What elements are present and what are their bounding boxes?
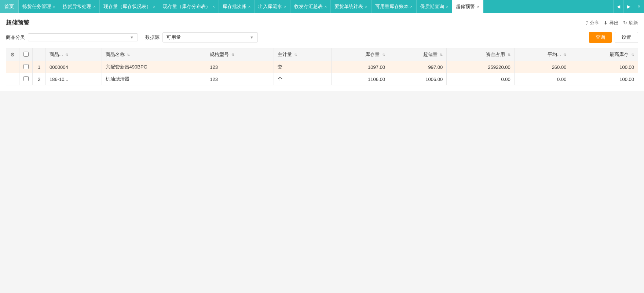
col-avg[interactable]: 平均... ⇅ — [514, 48, 570, 61]
share-label: 分享 — [590, 20, 599, 26]
col-stock[interactable]: 库存量 ⇅ — [331, 48, 389, 61]
datasource-dropdown-arrow: ▼ — [250, 35, 254, 40]
nav-item-7[interactable]: 收发存汇总表 × — [290, 0, 331, 13]
col-max-stock[interactable]: 最高库存 ⇅ — [570, 48, 638, 61]
nav-item-4[interactable]: 现存量（库存分布表） × — [159, 0, 219, 13]
nav-item-home[interactable]: 首页 — [0, 0, 19, 13]
datasource-value: 可用量 — [167, 34, 181, 41]
close-nav-1[interactable]: × — [53, 4, 55, 9]
nav-label-3: 现存量（库存状况表） — [103, 3, 151, 10]
sort-icon-max-stock: ⇅ — [631, 53, 634, 57]
home-label: 首页 — [4, 3, 14, 10]
nav-arrow-right[interactable]: ▶ — [623, 0, 634, 13]
refresh-icon: ↻ — [623, 20, 627, 26]
datasource-select[interactable]: 可用量 ▼ — [162, 32, 258, 42]
export-button[interactable]: ⬇ 导出 — [604, 20, 619, 26]
nav-arrows: ◀ ▶ × — [613, 0, 644, 13]
table-header-row: ⚙ 商品... ⇅ 商品名称 ⇅ 规格型号 ⇅ — [6, 48, 638, 61]
cell-product-name-1: 机油滤清器 — [102, 73, 206, 85]
cell-product-name-0: 六配套新昌490BPG — [102, 61, 206, 73]
nav-label-8: 要货单统计表 — [334, 3, 363, 10]
refresh-button[interactable]: ↻ 刷新 — [623, 20, 638, 26]
col-unit[interactable]: 主计量 ⇅ — [274, 48, 331, 61]
col-spec[interactable]: 规格型号 ⇅ — [206, 48, 274, 61]
nav-item-1[interactable]: 拣货任务管理 × — [19, 0, 59, 13]
nav-label-7: 收发存汇总表 — [294, 3, 323, 10]
query-button[interactable]: 查询 — [589, 32, 612, 43]
nav-label-6: 出入库流水 — [258, 3, 282, 10]
nav-arrow-left[interactable]: ◀ — [613, 0, 623, 13]
cell-capital-0: 259220.00 — [447, 61, 515, 73]
datasource-label: 数据源 — [145, 34, 160, 41]
page-content: 超储预警 ⤴ 分享 ⬇ 导出 ↻ 刷新 商品分类 ▼ 数据源 — [0, 13, 644, 91]
nav-item-5[interactable]: 库存批次账 × — [219, 0, 255, 13]
cell-num-1: 2 — [33, 73, 46, 85]
category-label: 商品分类 — [6, 34, 25, 41]
col-settings[interactable]: ⚙ — [6, 48, 19, 61]
col-product-name[interactable]: 商品名称 ⇅ — [102, 48, 206, 61]
cell-unit-0: 套 — [274, 61, 331, 73]
page-header: 超储预警 ⤴ 分享 ⬇ 导出 ↻ 刷新 — [6, 19, 638, 27]
sort-icon-stock: ⇅ — [382, 53, 385, 57]
cell-max-stock-1: 100.00 — [570, 73, 638, 85]
cell-unit-1: 个 — [274, 73, 331, 85]
nav-label-4: 现存量（库存分布表） — [163, 3, 211, 10]
nav-item-10[interactable]: 保质期查询 × — [417, 0, 452, 13]
nav-label-2: 拣货异常处理 — [63, 3, 91, 10]
cell-product-code-1: 186-10... — [46, 73, 102, 85]
nav-item-9[interactable]: 可用量库存账本 × — [372, 0, 417, 13]
close-nav-3[interactable]: × — [153, 4, 155, 9]
nav-item-8[interactable]: 要货单统计表 × — [331, 0, 371, 13]
share-button[interactable]: ⤴ 分享 — [586, 20, 599, 26]
sort-icon-unit: ⇅ — [294, 53, 297, 57]
col-product-code[interactable]: 商品... ⇅ — [46, 48, 102, 61]
cell-stock-0: 1097.00 — [331, 61, 389, 73]
col-overstock[interactable]: 超储量 ⇅ — [389, 48, 447, 61]
cell-stock-1: 1106.00 — [331, 73, 389, 85]
action-buttons: 查询 设置 — [589, 32, 638, 43]
sort-icon-product-code: ⇅ — [65, 53, 68, 57]
category-select[interactable]: ▼ — [28, 33, 138, 41]
data-table: ⚙ 商品... ⇅ 商品名称 ⇅ 规格型号 ⇅ — [6, 48, 638, 85]
cell-checkbox-0[interactable] — [19, 61, 33, 73]
close-nav-10[interactable]: × — [446, 4, 448, 9]
nav-label-5: 库存批次账 — [223, 3, 246, 10]
col-capital[interactable]: 资金占用 ⇅ — [447, 48, 515, 61]
category-dropdown-arrow: ▼ — [130, 35, 134, 40]
nav-item-6[interactable]: 出入库流水 × — [255, 0, 290, 13]
nav-item-3[interactable]: 现存量（库存状况表） × — [100, 0, 159, 13]
close-nav-9[interactable]: × — [410, 4, 413, 9]
nav-label-9: 可用量库存账本 — [375, 3, 409, 10]
close-nav-6[interactable]: × — [284, 4, 286, 9]
col-rownum — [33, 48, 46, 61]
row-checkbox-1[interactable] — [23, 76, 29, 81]
close-nav-8[interactable]: × — [365, 4, 367, 9]
close-nav-2[interactable]: × — [93, 4, 95, 9]
gear-icon[interactable]: ⚙ — [10, 52, 15, 58]
nav-item-11[interactable]: 超储预警 × — [452, 0, 483, 13]
cell-avg-0: 260.00 — [514, 61, 570, 73]
sort-icon-spec: ⇅ — [231, 53, 234, 57]
close-nav-5[interactable]: × — [248, 4, 250, 9]
cell-capital-1: 0.00 — [447, 73, 515, 85]
cell-checkbox-1[interactable] — [19, 73, 33, 85]
refresh-label: 刷新 — [629, 20, 638, 26]
cell-product-code-0: 0000004 — [46, 61, 102, 73]
page-title: 超储预警 — [6, 19, 29, 27]
sort-icon-product-name: ⇅ — [127, 53, 130, 57]
col-checkbox — [19, 48, 33, 61]
select-all-checkbox[interactable] — [23, 52, 29, 57]
close-nav-11[interactable]: × — [477, 4, 479, 9]
category-filter: 商品分类 ▼ — [6, 33, 138, 41]
nav-item-2[interactable]: 拣货异常处理 × — [59, 0, 99, 13]
sort-icon-capital: ⇅ — [508, 53, 511, 57]
filter-row: 商品分类 ▼ 数据源 可用量 ▼ 查询 设置 — [6, 32, 638, 43]
settings-button[interactable]: 设置 — [615, 32, 638, 43]
table-row: 2 186-10... 机油滤清器 123 个 1106.00 1006.00 … — [6, 73, 638, 85]
nav-arrow-close[interactable]: × — [634, 0, 644, 13]
cell-overstock-1: 1006.00 — [389, 73, 447, 85]
close-nav-4[interactable]: × — [212, 4, 215, 9]
row-checkbox-0[interactable] — [23, 64, 29, 69]
close-nav-7[interactable]: × — [325, 4, 327, 9]
cell-spec-1: 123 — [206, 73, 274, 85]
